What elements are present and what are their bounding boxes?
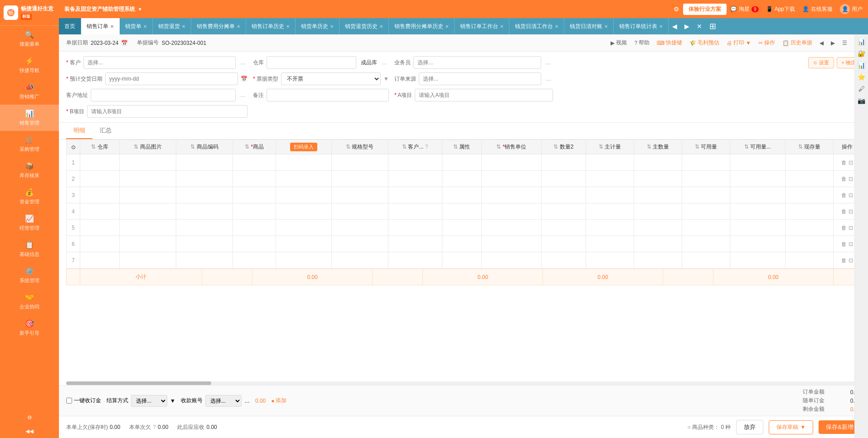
table-cell[interactable] bbox=[730, 236, 785, 252]
tab-sales-summary[interactable]: 销售订单统计表 ✕ bbox=[614, 18, 669, 34]
table-cell[interactable] bbox=[542, 220, 586, 236]
one-click-label[interactable]: 一键收订金 bbox=[66, 397, 101, 404]
table-cell[interactable] bbox=[80, 187, 120, 203]
table-cell[interactable] bbox=[634, 252, 682, 269]
table-cell[interactable] bbox=[331, 236, 388, 252]
table-cell[interactable] bbox=[542, 236, 586, 252]
tab-sales-slip[interactable]: 销货单 ✕ bbox=[120, 18, 153, 34]
table-cell[interactable] bbox=[682, 203, 730, 220]
table-cell[interactable] bbox=[586, 220, 634, 236]
tab-close-icon[interactable]: ✕ bbox=[555, 24, 558, 29]
table-cell[interactable] bbox=[586, 187, 634, 203]
warehouse-more-icon[interactable]: … bbox=[380, 59, 389, 66]
table-cell[interactable] bbox=[388, 252, 442, 269]
table-cell[interactable] bbox=[785, 252, 833, 269]
table-cell[interactable] bbox=[80, 252, 120, 269]
copy-icon[interactable]: ⊡ bbox=[849, 192, 853, 198]
table-cell[interactable] bbox=[682, 220, 730, 236]
payment-method-select[interactable]: 选择... bbox=[131, 395, 167, 407]
table-cell[interactable] bbox=[276, 203, 331, 220]
table-cell[interactable] bbox=[730, 252, 785, 269]
table-cell[interactable] bbox=[481, 171, 542, 187]
add-btn[interactable]: ● 添加 bbox=[271, 397, 286, 404]
tab-close-icon[interactable]: ✕ bbox=[604, 24, 608, 29]
table-cell[interactable] bbox=[682, 187, 730, 203]
sidebar-item-base-info[interactable]: 📋 基础信息 bbox=[0, 236, 59, 262]
sidebar-item-search[interactable]: 🔍 搜索菜单 bbox=[0, 26, 59, 52]
table-cell[interactable] bbox=[176, 171, 233, 187]
sidebar-collapse-btn[interactable]: ◀◀ bbox=[0, 424, 59, 438]
table-cell[interactable] bbox=[233, 171, 276, 187]
invoice-select[interactable]: 不开票 bbox=[281, 72, 381, 85]
tab-close-icon[interactable]: ✕ bbox=[110, 24, 114, 29]
tab-home[interactable]: 首页 bbox=[59, 18, 81, 34]
table-cell[interactable] bbox=[119, 203, 176, 220]
table-cell[interactable] bbox=[785, 154, 833, 171]
right-panel-icon-1[interactable]: 📊 bbox=[858, 38, 865, 45]
table-cell[interactable] bbox=[442, 154, 481, 171]
table-cell[interactable] bbox=[331, 203, 388, 220]
order-source-more-icon[interactable]: … bbox=[544, 76, 553, 82]
print-btn[interactable]: 🖨 打印 ▼ bbox=[725, 38, 753, 48]
sidebar-item-enterprise[interactable]: 🤝 企业协同 bbox=[0, 289, 59, 315]
scroll-bar[interactable] bbox=[66, 381, 861, 385]
settings-btn[interactable]: ⊙ 设置 bbox=[808, 57, 834, 68]
table-cell[interactable] bbox=[119, 252, 176, 269]
table-cell[interactable] bbox=[442, 171, 481, 187]
nav-prev-btn[interactable]: ◀ bbox=[818, 39, 825, 47]
invoice-dropdown-icon[interactable]: ▼ bbox=[383, 76, 389, 82]
right-panel-icon-3[interactable]: 📊 bbox=[858, 62, 865, 69]
table-cell[interactable] bbox=[119, 171, 176, 187]
tab-close-icon[interactable]: ✕ bbox=[237, 24, 240, 29]
table-cell[interactable] bbox=[682, 236, 730, 252]
nav-next-btn[interactable]: ▶ bbox=[829, 39, 837, 47]
table-cell[interactable] bbox=[233, 154, 276, 171]
sidebar-item-finance[interactable]: 💰 资金管理 bbox=[0, 183, 59, 210]
table-cell[interactable] bbox=[730, 187, 785, 203]
tab-sales-order[interactable]: 销售订单 ✕ bbox=[81, 18, 120, 34]
table-cell[interactable] bbox=[176, 252, 233, 269]
table-cell[interactable] bbox=[542, 171, 586, 187]
table-cell[interactable] bbox=[682, 171, 730, 187]
table-cell[interactable] bbox=[276, 220, 331, 236]
tab-close-icon[interactable]: ✕ bbox=[143, 24, 147, 29]
table-cell[interactable] bbox=[388, 203, 442, 220]
tab-close-icon[interactable]: ✕ bbox=[500, 24, 504, 29]
right-panel-icon-2[interactable]: 🔐 bbox=[858, 50, 865, 57]
industry-btn[interactable]: 体验行业方案 bbox=[683, 4, 727, 15]
shortcut-btn[interactable]: ⌨ 快捷键 bbox=[655, 38, 684, 48]
view-list-btn[interactable]: ☰ bbox=[840, 39, 849, 47]
tab-close-all-btn[interactable]: ✕ bbox=[693, 18, 706, 34]
history-btn[interactable]: 📋 历史单据 bbox=[781, 38, 814, 48]
table-cell[interactable] bbox=[388, 154, 442, 171]
delete-icon[interactable]: 🗑 bbox=[841, 192, 847, 198]
table-cell[interactable] bbox=[442, 187, 481, 203]
table-cell[interactable] bbox=[586, 203, 634, 220]
table-cell[interactable] bbox=[682, 154, 730, 171]
table-cell[interactable] bbox=[542, 203, 586, 220]
table-cell[interactable] bbox=[119, 236, 176, 252]
online-service-item[interactable]: 👤 在线客服 bbox=[802, 5, 833, 13]
sales-input[interactable] bbox=[413, 56, 541, 69]
table-cell[interactable] bbox=[481, 220, 542, 236]
tab-close-icon[interactable]: ✕ bbox=[379, 24, 383, 29]
sidebar-item-marketing[interactable]: 📣 营销推广 bbox=[0, 78, 59, 105]
tab-sales-slip-history[interactable]: 销货单历史 ✕ bbox=[296, 18, 339, 34]
table-cell[interactable] bbox=[586, 252, 634, 269]
tab-summary[interactable]: 汇总 bbox=[92, 123, 119, 139]
copy-icon[interactable]: ⊡ bbox=[849, 257, 853, 264]
table-cell[interactable] bbox=[80, 203, 120, 220]
message-item[interactable]: 💬 淘星 9 bbox=[730, 5, 759, 13]
copy-icon[interactable]: ⊡ bbox=[849, 241, 853, 247]
delete-icon[interactable]: 🗑 bbox=[841, 176, 847, 182]
table-cell[interactable] bbox=[586, 171, 634, 187]
table-cell[interactable] bbox=[730, 154, 785, 171]
table-cell[interactable] bbox=[176, 187, 233, 203]
settings-gear-icon[interactable]: ⚙ bbox=[674, 5, 679, 13]
table-cell[interactable] bbox=[388, 171, 442, 187]
table-cell[interactable] bbox=[80, 236, 120, 252]
help-btn[interactable]: ? 帮助 bbox=[632, 38, 651, 48]
table-cell[interactable] bbox=[80, 220, 120, 236]
tab-sales-cost[interactable]: 销售费用分摊单 ✕ bbox=[191, 18, 246, 34]
tab-close-icon[interactable]: ✕ bbox=[182, 24, 185, 29]
